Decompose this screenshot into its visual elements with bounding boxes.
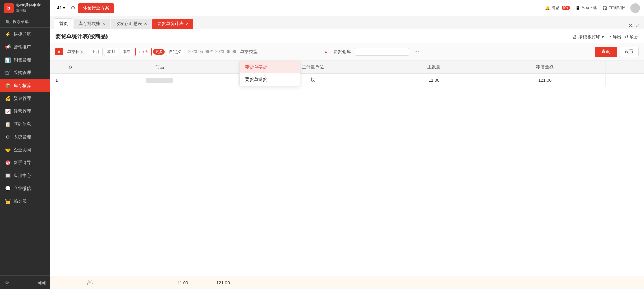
query-btn[interactable]: 查询 — [595, 47, 617, 57]
search-label: 搜索菜单 — [13, 19, 29, 25]
sidebar-item-label: 应用中心 — [14, 173, 31, 179]
online-service-action[interactable]: 🎧 在线客服 — [602, 5, 625, 11]
refresh-btn[interactable]: ↺ 刷新 — [625, 34, 639, 40]
settings-filter-btn[interactable]: 设置 — [620, 47, 639, 57]
headset-icon: 🎧 — [602, 6, 607, 10]
tab-recv-summary[interactable]: 收发存汇总表 ✕ — [111, 19, 152, 29]
sidebar-item-purchase[interactable]: 🛒 采购管理 — [0, 66, 50, 79]
megaphone-icon: 📢 — [5, 44, 11, 50]
data-table: ⚙ 商品 主计量单位 主数量 零售金额 1 — [50, 61, 644, 86]
footer-total-label: 合计 — [87, 280, 95, 285]
sidebar-footer: ⚙ ◀◀ — [0, 275, 50, 289]
sidebar-item-apps[interactable]: 🔲 应用中心 — [0, 169, 50, 182]
chat-icon: 💬 — [5, 185, 11, 192]
messages-badge: 99+ — [562, 6, 570, 10]
sidebar-item-finance[interactable]: 💰 资金管理 — [0, 92, 50, 105]
date-btn-this-year[interactable]: 本年 — [120, 48, 134, 56]
col-header-index — [50, 61, 64, 74]
printer-icon: 🖨 — [573, 34, 577, 39]
header-right: 🔔 消息 99+ 📱 App下载 🎧 在线客服 — [545, 3, 640, 13]
table-footer: 合计 11.00 121.00 — [50, 276, 644, 289]
type-filter-wrapper: ▲ — [262, 48, 329, 55]
sidebar-item-basic[interactable]: 📋 基础信息 — [0, 118, 50, 131]
sidebar-item-cooperation[interactable]: 🤝 企业协同 — [0, 143, 50, 156]
refresh-label: 刷新 — [630, 34, 639, 40]
filter-bar: » 单据日期 上月 本月 本年 近7天 更多 自定义 2023-05-06 至 … — [50, 43, 644, 61]
print-btn[interactable]: 🖨 按模板打印 ▾ — [573, 34, 604, 40]
sidebar-item-system[interactable]: ⚙ 系统管理 — [0, 131, 50, 143]
export-btn[interactable]: ↗ 导出 — [607, 34, 621, 40]
sidebar-item-management[interactable]: 📈 经营管理 — [0, 105, 50, 118]
trial-btn[interactable]: 体验行业方案 — [78, 3, 114, 13]
refresh-icon: ↺ — [625, 34, 628, 39]
close-tab-recv-summary[interactable]: ✕ — [144, 22, 147, 26]
footer-label: 合计 — [54, 280, 162, 286]
brand-sub: 标准版 — [16, 8, 41, 13]
app-download-action[interactable]: 📱 App下载 — [575, 5, 597, 11]
user-avatar[interactable] — [630, 3, 640, 13]
search-icon: 🔍 — [5, 20, 10, 24]
date-btn-custom[interactable]: 自定义 — [166, 48, 184, 56]
app-download-label: App下载 — [582, 5, 597, 11]
tab-inventory-batch[interactable]: 库存批次账 ✕ — [74, 19, 110, 29]
cell-index: 1 — [50, 74, 64, 86]
date-btn-this-month[interactable]: 本月 — [104, 48, 118, 56]
cell-extra — [605, 74, 644, 86]
footer-amount: 121.00 — [203, 280, 243, 285]
mobile-icon: 📱 — [575, 6, 580, 10]
tab-home[interactable]: 首页 — [54, 18, 73, 29]
grid-icon: 🔲 — [5, 173, 11, 179]
sidebar-item-wecom[interactable]: 💬 企业微信 — [0, 182, 50, 195]
cell-settings — [64, 74, 77, 86]
date-filter-label: 单据日期 — [67, 49, 85, 55]
type-dropdown: 要货单要货 要货单退货 — [239, 61, 300, 86]
sidebar-item-label: 新手引导 — [14, 160, 31, 166]
header-settings-btn[interactable]: ⚙ — [71, 5, 75, 11]
sidebar-item-sales[interactable]: 📊 销售管理 — [0, 53, 50, 66]
tabs-close-btn[interactable]: ✕ — [628, 22, 633, 29]
handshake-icon: 🤝 — [5, 147, 11, 153]
date-btn-last-month[interactable]: 上月 — [89, 48, 103, 56]
close-tab-order-stat[interactable]: ✕ — [186, 22, 189, 26]
tab-home-label: 首页 — [59, 21, 68, 27]
sidebar-search[interactable]: 🔍 搜索菜单 — [0, 16, 50, 28]
sidebar-collapse-btn[interactable]: ◀◀ — [37, 279, 45, 286]
type-filter-input[interactable] — [262, 48, 329, 55]
export-icon: ↗ — [607, 34, 611, 39]
messages-action[interactable]: 🔔 消息 99+ — [545, 5, 570, 11]
close-tab-inventory-batch[interactable]: ✕ — [102, 22, 105, 26]
main-area: 41 ▾ ⚙ 体验行业方案 🔔 消息 99+ 📱 App下载 🎧 在线客服 — [50, 0, 644, 289]
col-header-settings[interactable]: ⚙ — [64, 61, 77, 74]
tab-order-stat[interactable]: 要货单统计表 ✕ — [152, 19, 193, 29]
date-more-tag[interactable]: 更多 — [153, 49, 165, 55]
cell-qty: 11.00 — [384, 74, 484, 86]
tab-recv-summary-label: 收发存汇总表 — [116, 21, 142, 27]
date-btn-7days[interactable]: 近7天 — [135, 48, 152, 56]
sidebar-item-member[interactable]: 👑 畅会员 — [0, 195, 50, 208]
dropdown-item-order-return[interactable]: 要货单退货 — [240, 73, 300, 86]
filter-action-buttons: 查询 设置 — [595, 47, 639, 57]
gear-icon: ⚙ — [5, 134, 11, 140]
dropdown-item-order-goods[interactable]: 要货单要货 — [240, 61, 300, 73]
bell-icon: 🔔 — [545, 6, 550, 10]
sidebar-item-marketing[interactable]: 📢 营销推广 — [0, 41, 50, 53]
warehouse-filter-input[interactable] — [355, 48, 409, 56]
page-header: 要货单统计表(按商品) 🖨 按模板打印 ▾ ↗ 导出 ↺ 刷新 — [50, 29, 644, 43]
tabs-bar: 首页 库存批次账 ✕ 收发存汇总表 ✕ 要货单统计表 ✕ ✕ ⤢ — [50, 16, 644, 29]
tabs-expand-btn[interactable]: ⤢ — [636, 22, 640, 29]
filter-expand-btn[interactable]: » — [55, 48, 63, 55]
store-selector[interactable]: 41 ▾ — [54, 4, 68, 12]
product-placeholder — [146, 78, 173, 83]
sidebar-item-quick-nav[interactable]: ⚡ 快捷导航 — [0, 28, 50, 41]
date-buttons: 上月 本月 本年 近7天 更多 自定义 — [89, 48, 184, 56]
sidebar-item-guide[interactable]: 🎯 新手引导 — [0, 156, 50, 169]
type-chevron-up-icon[interactable]: ▲ — [324, 49, 328, 54]
tabs-actions: ✕ ⤢ — [628, 22, 640, 29]
sidebar-item-inventory[interactable]: 📦 库存核算 — [0, 79, 50, 92]
more-dots-btn[interactable]: ··· — [414, 49, 419, 55]
sidebar-settings-btn[interactable]: ⚙ — [5, 279, 9, 286]
date-range-display: 2023-05-06 至 2023-06-06 — [188, 49, 236, 55]
col-header-qty: 主数量 — [384, 61, 484, 74]
sidebar-logo: b 畅捷通好生意 标准版 — [0, 0, 50, 16]
col-header-extra — [605, 61, 644, 74]
